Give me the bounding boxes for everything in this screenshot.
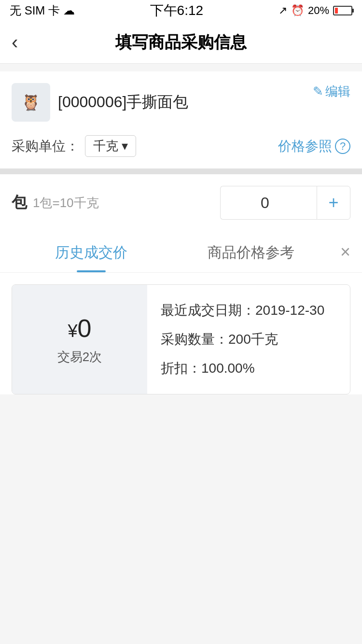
battery-percent: 20% [308,4,329,17]
quantity-row: 包 1包=10千克 + [0,174,362,231]
discount-row: 折扣：100.00% [161,358,336,378]
purchase-unit: 采购单位： 千克 ▾ [12,135,136,157]
unit-description: 1包=10千克 [33,195,99,211]
status-bar: 无 SIM 卡 ☁ 下午6:12 ↗ ⏰ 20% [0,0,362,21]
page-title: 填写商品采购信息 [115,31,247,54]
status-time: 下午6:12 [150,1,204,20]
product-header: 🦉 [0000006]手撕面包 ✎ 编辑 [12,83,350,122]
purchase-qty-row: 采购数量：200千克 [161,329,336,350]
unit-value: 千克 ▾ [93,138,128,154]
purchase-qty-value: 200千克 [228,332,278,347]
price-card: ¥0 交易2次 最近成交日期：2019-12-30 采购数量：200千克 折扣：… [12,284,350,394]
edit-icon: ✎ [313,84,323,99]
quantity-label: 包 1包=10千克 [12,192,99,213]
bottom-sheet: 历史成交价 商品价格参考 × ¥0 交易2次 最近成交日期：2019-12-30… [0,231,362,394]
transaction-count: 交易2次 [57,349,102,365]
price-right-panel: 最近成交日期：2019-12-30 采购数量：200千克 折扣：100.00% [147,285,350,394]
recent-date-value: 2019-12-30 [255,303,324,318]
battery-icon [333,6,352,15]
discount-label: 折扣： [161,361,201,376]
close-button[interactable]: × [331,232,350,272]
tab-product-price-reference[interactable]: 商品价格参考 [171,231,330,272]
product-card: 🦉 [0000006]手撕面包 ✎ 编辑 采购单位： 千克 ▾ 价格参照 ? [0,71,362,168]
alarm-icon: ⏰ [291,4,304,17]
page-background [0,406,362,644]
edit-button[interactable]: ✎ 编辑 [313,83,350,100]
battery-fill [335,8,338,14]
price-ref-label: 价格参照 [278,137,332,155]
price-left-panel: ¥0 交易2次 [12,285,147,394]
section-divider [0,168,362,174]
unit-badge: 包 [12,192,27,213]
edit-label: 编辑 [325,83,350,100]
price-value: ¥0 [68,314,92,343]
product-thumbnail: 🦉 [12,83,50,122]
product-meta: 采购单位： 千克 ▾ 价格参照 ? [12,135,350,157]
product-name: [0000006]手撕面包 [58,92,188,113]
location-icon: ↗ [278,4,287,17]
product-logo-icon: 🦉 [21,93,41,112]
purchase-qty-label: 采购数量： [161,332,228,347]
tab-history-price[interactable]: 历史成交价 [12,231,171,272]
discount-value: 100.00% [201,361,255,376]
status-right: ↗ ⏰ 20% [278,4,352,17]
price-reference-button[interactable]: 价格参照 ? [278,137,350,155]
back-button[interactable]: ‹ [12,31,18,53]
recent-date-row: 最近成交日期：2019-12-30 [161,300,336,321]
tab-bar: 历史成交价 商品价格参考 × [0,231,362,273]
no-sim-text: 无 SIM 卡 ☁ [10,3,75,18]
price-number: 0 [78,314,92,342]
currency-symbol: ¥ [68,321,78,341]
recent-date-label: 最近成交日期： [161,303,255,318]
quantity-plus-button[interactable]: + [317,186,350,220]
purchase-unit-label: 采购单位： [12,137,79,155]
help-icon: ? [335,139,350,154]
unit-dropdown[interactable]: 千克 ▾ [85,135,136,157]
product-left: 🦉 [0000006]手撕面包 [12,83,188,122]
quantity-input[interactable] [220,186,317,220]
nav-bar: ‹ 填写商品采购信息 [0,21,362,64]
quantity-input-group: + [220,186,350,220]
status-left: 无 SIM 卡 ☁ [10,3,75,18]
